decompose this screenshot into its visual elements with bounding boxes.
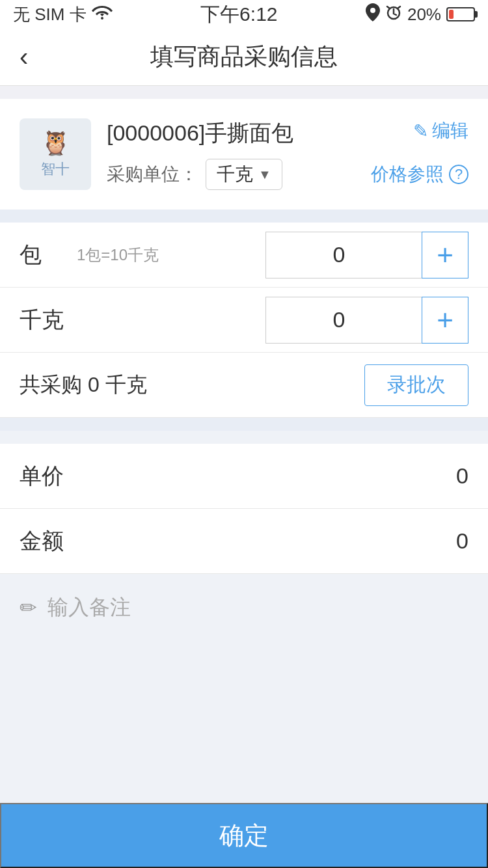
bag-input-row: 包 1包=10千克 + xyxy=(0,223,488,288)
sim-text: 无 SIM 卡 xyxy=(13,3,87,26)
unit-price-value: 0 xyxy=(456,463,468,489)
status-bar-right: 20% xyxy=(366,3,475,26)
unit-dropdown-arrow: ▼ xyxy=(258,167,271,182)
price-ref-button[interactable]: 价格参照 ? xyxy=(371,162,468,187)
bag-input[interactable] xyxy=(265,232,422,278)
product-unit-row: 采购单位： 千克 ▼ 价格参照 ? xyxy=(107,159,468,190)
unit-label: 采购单位： xyxy=(107,162,198,187)
product-image-brand: 智十 xyxy=(41,159,70,179)
edit-icon: ✎ xyxy=(413,120,428,142)
status-bar: 无 SIM 卡 下午6:12 20% xyxy=(0,0,488,29)
kg-input-wrap: + xyxy=(265,297,468,344)
notes-placeholder: 输入备注 xyxy=(47,593,131,622)
section-divider-2 xyxy=(0,418,488,431)
total-row: 共采购 0 千克 录批次 xyxy=(0,353,488,418)
price-section: 单价 0 金额 0 xyxy=(0,444,488,574)
alarm-icon xyxy=(385,3,402,26)
notes-section[interactable]: ✏ 输入备注 xyxy=(0,574,488,642)
confirm-button[interactable]: 确定 xyxy=(0,803,488,868)
price-ref-label: 价格参照 xyxy=(371,162,444,187)
kg-plus-button[interactable]: + xyxy=(422,297,468,344)
amount-value: 0 xyxy=(456,528,468,554)
kg-input-row: 千克 + xyxy=(0,288,488,353)
unit-price-label: 单价 xyxy=(20,461,64,491)
unit-price-row: 单价 0 xyxy=(0,444,488,509)
main-content: 🦉 智十 [0000006]手撕面包 采购单位： 千克 ▼ 价格参照 ? ✎ 编… xyxy=(0,99,488,868)
notes-icon: ✏ xyxy=(20,595,37,620)
nav-bar: ‹ 填写商品采购信息 xyxy=(0,29,488,86)
edit-label: 编辑 xyxy=(432,118,468,143)
battery-percentage: 20% xyxy=(407,5,441,25)
page-title: 填写商品采购信息 xyxy=(150,41,338,73)
bag-plus-button[interactable]: + xyxy=(422,232,468,278)
section-divider-1 xyxy=(0,210,488,223)
unit-selector[interactable]: 千克 ▼ xyxy=(206,159,282,190)
total-label: 共采购 0 千克 xyxy=(20,371,147,400)
bag-input-wrap: + xyxy=(265,232,468,278)
product-card: 🦉 智十 [0000006]手撕面包 采购单位： 千克 ▼ 价格参照 ? ✎ 编… xyxy=(0,99,488,210)
product-image: 🦉 智十 xyxy=(20,118,91,190)
status-bar-time: 下午6:12 xyxy=(200,1,277,28)
wifi-icon xyxy=(92,5,113,25)
back-button[interactable]: ‹ xyxy=(20,42,28,72)
amount-row: 金额 0 xyxy=(0,509,488,574)
location-icon xyxy=(366,3,380,26)
price-ref-icon: ? xyxy=(449,165,468,184)
status-bar-left: 无 SIM 卡 xyxy=(13,3,113,26)
battery-icon xyxy=(446,7,475,21)
product-image-icon: 🦉 xyxy=(41,129,70,157)
kg-input[interactable] xyxy=(265,297,422,344)
kg-label: 千克 xyxy=(20,305,72,335)
amount-label: 金额 xyxy=(20,526,64,556)
svg-point-0 xyxy=(101,17,103,20)
batch-button[interactable]: 录批次 xyxy=(364,364,468,406)
bag-sublabel: 1包=10千克 xyxy=(77,245,159,265)
edit-button[interactable]: ✎ 编辑 xyxy=(413,118,468,143)
bag-label: 包 xyxy=(20,240,72,270)
unit-value: 千克 xyxy=(217,162,253,187)
input-section: 包 1包=10千克 + 千克 + 共采购 0 千克 录批次 xyxy=(0,223,488,418)
